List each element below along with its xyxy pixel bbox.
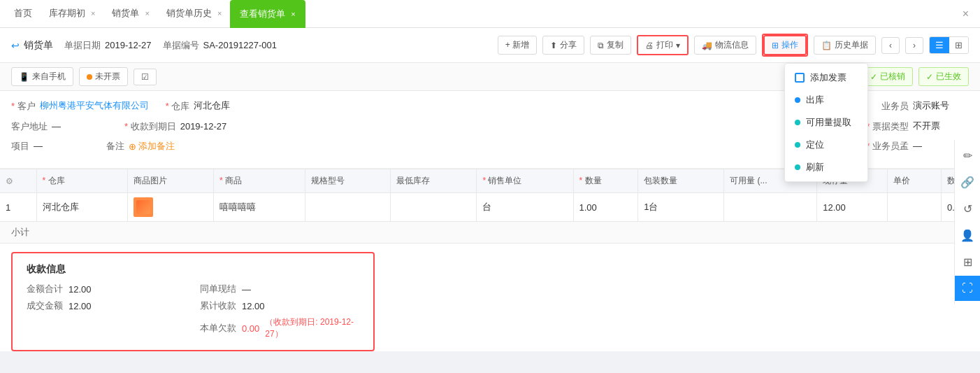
doc-number-field: 单据编号 SA-20191227-001 — [163, 39, 278, 52]
tab-sales-order[interactable]: 销货单 × — [103, 0, 157, 28]
transaction-item: 成交金额 12.00 — [27, 300, 186, 312]
sidebar-link-button[interactable]: 🔗 — [955, 169, 980, 195]
share-button[interactable]: ⬆ 分享 — [542, 36, 584, 55]
doc-title-section: ↩ 销货单 — [11, 39, 53, 52]
project-field: 项目 — — [11, 140, 89, 153]
same-order-item: 同单现结 — — [200, 283, 359, 295]
tab-view-sales-close[interactable]: × — [291, 10, 295, 18]
copy-button[interactable]: ⧉ 复制 — [590, 36, 631, 55]
col-settings[interactable]: ⚙ — [0, 169, 36, 193]
nav-prev-button[interactable]: ‹ — [881, 37, 900, 54]
note-label: 备注 — [106, 140, 124, 153]
nav-next-button[interactable]: › — [905, 37, 923, 54]
warehouse-value: 河北仓库 — [194, 99, 250, 113]
operations-wrapper: ⊞ 操作 — [762, 34, 808, 57]
tab-home[interactable]: 首页 — [6, 0, 41, 28]
same-order-label: 同单现结 — [200, 283, 236, 295]
logistics-button[interactable]: 🚚 物流信息 — [694, 36, 756, 55]
tab-sales-order-close[interactable]: × — [145, 9, 149, 17]
sidebar-user-button[interactable]: 👤 — [955, 223, 980, 248]
effective-button[interactable]: ✓ 已生效 — [918, 67, 969, 86]
add-note-label: 添加备注 — [138, 140, 175, 153]
check-icon-cancelled: ✓ — [870, 72, 877, 82]
plus-icon: ⊕ — [129, 141, 136, 152]
tab-home-label: 首页 — [14, 7, 32, 20]
sidebar-fullscreen-button[interactable]: ⛶ — [955, 276, 980, 301]
right-sidebar: ✏ 🔗 ↺ 👤 ⊞ ⛶ — [954, 140, 980, 304]
available-qty-icon — [795, 120, 800, 125]
history-button[interactable]: 📋 历史单据 — [814, 36, 876, 55]
project-label: 项目 — [11, 140, 29, 153]
customer-label: 客户 — [11, 100, 36, 113]
doc-icon: ↩ — [11, 40, 20, 51]
total-amount-label: 金额合计 — [27, 283, 63, 295]
salesperson-field: 业务员 演示账号 — [881, 99, 969, 113]
grid-view-button[interactable]: ⊞ — [949, 37, 968, 53]
sidebar-grid-button[interactable]: ⊞ — [955, 249, 980, 274]
row-index: 1 — [0, 193, 36, 222]
row-sales-unit: 台 — [477, 193, 573, 222]
settings-icon: ⚙ — [6, 176, 13, 186]
col-sales-unit: * 销售单位 — [477, 169, 573, 193]
view-toggle: ☰ ⊞ — [929, 36, 969, 54]
check-icon-effective: ✓ — [926, 72, 933, 82]
from-phone-label: 来自手机 — [32, 71, 66, 83]
checkbox-button[interactable]: ☑ — [134, 69, 157, 85]
product-image — [134, 197, 153, 217]
sidebar-edit-button[interactable]: ✏ — [955, 143, 980, 168]
tab-view-sales[interactable]: 查看销货单 × — [230, 0, 305, 28]
sidebar-rotate-button[interactable]: ↺ — [955, 196, 980, 221]
col-unit-price: 单价 — [887, 169, 942, 193]
tab-sales-order-label: 销货单 — [112, 7, 139, 20]
truck-icon: 🚚 — [702, 41, 712, 50]
col-model: 规格型号 — [305, 169, 391, 193]
tab-sales-history-label: 销货单历史 — [166, 7, 212, 20]
balance-label: 本单欠款 — [200, 322, 236, 335]
window-close-button[interactable]: × — [957, 8, 974, 20]
warehouse-label: 仓库 — [166, 100, 190, 113]
doc-title-text: 销货单 — [24, 39, 53, 52]
address-value: — — [52, 121, 108, 132]
logistics-label: 物流信息 — [715, 39, 749, 51]
list-view-button[interactable]: ☰ — [930, 37, 949, 53]
subtotal-label: 小计 — [0, 222, 980, 244]
tab-sales-history-close[interactable]: × — [217, 9, 222, 17]
print-button[interactable]: 🖨 打印 ▾ — [637, 35, 689, 55]
row-min-stock — [391, 193, 477, 222]
add-note-button[interactable]: ⊕ 添加备注 — [129, 140, 175, 153]
note-field: 备注 ⊕ 添加备注 — [106, 140, 175, 153]
locate-label: 定位 — [806, 139, 824, 151]
agent-field: 业务员孟 — — [866, 140, 969, 153]
cancelled-button[interactable]: ✓ 已核销 — [863, 67, 913, 86]
balance-item — [27, 316, 186, 340]
col-product: * 商品 — [213, 169, 305, 193]
dropdown-warehouse-out[interactable]: 出库 — [785, 89, 867, 111]
tab-inventory-close[interactable]: × — [91, 9, 95, 17]
col-warehouse: * 仓库 — [36, 169, 128, 193]
dropdown-refresh[interactable]: 刷新 — [785, 156, 867, 178]
refresh-icon — [795, 164, 800, 170]
dropdown-available-qty[interactable]: 可用量提取 — [785, 111, 867, 134]
tab-inventory-init[interactable]: 库存期初 × — [41, 0, 103, 28]
summary-box: 收款信息 金额合计 12.00 同单现结 — 成交金额 12.00 累计收款 1… — [11, 252, 375, 351]
new-button[interactable]: + 新增 — [498, 36, 537, 55]
warehouse-field: 仓库 河北仓库 — [166, 99, 250, 113]
address-label: 客户地址 — [11, 120, 48, 133]
customer-value[interactable]: 柳州粤港平安气体有限公司 — [40, 99, 149, 113]
cumulative-item: 累计收款 12.00 — [200, 300, 359, 312]
product-image-inner — [136, 200, 150, 214]
dropdown-locate[interactable]: 定位 — [785, 134, 867, 156]
row-available — [724, 193, 817, 222]
dropdown-add-invoice[interactable]: 添加发票 — [785, 66, 867, 89]
available-qty-label: 可用量提取 — [806, 116, 851, 129]
project-value: — — [34, 141, 89, 152]
share-label: 分享 — [560, 39, 577, 51]
operations-button[interactable]: ⊞ 操作 — [763, 35, 807, 55]
subtotal-row: 小计 — [0, 222, 980, 244]
from-phone-button[interactable]: 📱 来自手机 — [11, 67, 73, 86]
payment-date-value: 2019-12-27 — [180, 121, 236, 132]
not-opened-button[interactable]: 未开票 — [79, 67, 128, 86]
tab-sales-history[interactable]: 销货单历史 × — [158, 0, 230, 28]
payment-date-field: 收款到期日 2019-12-27 — [124, 120, 236, 133]
doc-date-value: 2019-12-27 — [105, 40, 152, 50]
